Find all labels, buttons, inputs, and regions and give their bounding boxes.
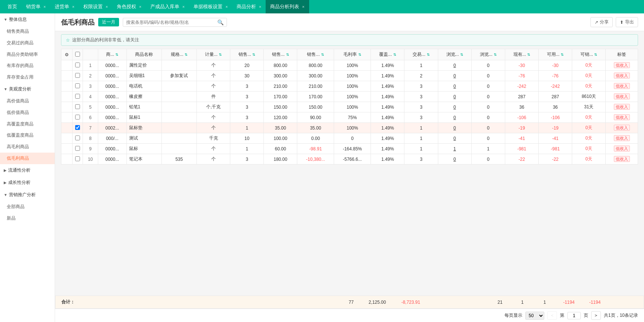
prev-page-button[interactable]: ＜ <box>547 311 557 320</box>
sidebar-section-aesthetics[interactable]: ▼ 美观度分析 <box>0 83 55 95</box>
cell-check[interactable] <box>73 81 83 92</box>
cell-browse1[interactable]: 0 <box>438 133 471 144</box>
row-checkbox[interactable] <box>75 83 80 88</box>
cell-sale-price: 35.00 <box>264 123 297 133</box>
sidebar-item-stock-capital[interactable]: 库存资金占用 <box>0 71 55 83</box>
sidebar-item-high-value[interactable]: 高价值商品 <box>0 95 55 107</box>
row-checkbox[interactable] <box>75 104 80 109</box>
sidebar: ▼ 整体信息 销售类商品 交易过的商品 商品分类助销率 有库存的商品 库存资金占… <box>0 13 55 322</box>
nav-permission[interactable]: 权限设置 × <box>79 0 112 13</box>
table-row: 9 0000... 鼠标 个 1 60.00 -98.91 -164.85% 1… <box>61 144 638 154</box>
cell-browse1[interactable]: 0 <box>438 154 471 165</box>
sidebar-item-stock-goods[interactable]: 有库存的商品 <box>0 60 55 71</box>
col-header-settings[interactable]: ⚙ <box>61 49 73 60</box>
nav-home[interactable]: 首页 <box>3 0 22 13</box>
col-header-spec[interactable]: 规格... ⇅ <box>161 49 196 60</box>
cell-browse1[interactable]: 0 <box>438 81 471 92</box>
sidebar-section-aesthetics-label: 美观度分析 <box>9 86 31 92</box>
nav-product-entry[interactable]: 产成品入库单 × <box>146 0 189 13</box>
cell-check[interactable] <box>73 92 83 102</box>
sidebar-item-sales-goods[interactable]: 销售类商品 <box>0 26 55 37</box>
cell-browse1[interactable]: 1 <box>438 144 471 154</box>
search-icon[interactable]: 🔍 <box>217 19 224 25</box>
cell-browse1[interactable]: 0 <box>438 71 471 81</box>
col-header-salable[interactable]: 可销... ⇅ <box>572 49 606 60</box>
sidebar-section-growth[interactable]: ▶ 成长性分析 <box>0 176 55 189</box>
cell-check[interactable] <box>73 102 83 112</box>
row-checkbox[interactable] <box>75 136 80 140</box>
row-checkbox[interactable] <box>75 125 80 130</box>
cell-browse1[interactable]: 0 <box>438 92 471 102</box>
col-header-browse1[interactable]: 浏览... ⇅ <box>438 49 471 60</box>
sidebar-item-high-margin[interactable]: 高毛利商品 <box>0 141 55 153</box>
row-checkbox[interactable] <box>75 115 80 119</box>
col-header-sale-profit[interactable]: 销售... ⇅ <box>297 49 334 60</box>
cell-check[interactable] <box>73 144 83 154</box>
sidebar-item-traded-goods[interactable]: 交易过的商品 <box>0 37 55 49</box>
col-header-available[interactable]: 可用... ⇅ <box>539 49 572 60</box>
row-checkbox[interactable] <box>75 94 80 99</box>
sidebar-item-category-rate[interactable]: 商品分类助销率 <box>0 49 55 60</box>
sidebar-item-low-coverage[interactable]: 低覆盖度商品 <box>0 130 55 141</box>
pagination-bar: 每页显示 10 20 50 100 ＜ 第 页 ＞ 共1页，10条记录 <box>55 309 644 322</box>
cell-browse1[interactable]: 0 <box>438 112 471 123</box>
col-header-sale-price[interactable]: 销售... ⇅ <box>264 49 297 60</box>
sidebar-item-all-goods[interactable]: 全部商品 <box>0 201 55 213</box>
cell-check[interactable] <box>73 123 83 133</box>
sidebar-item-high-coverage[interactable]: 高覆盖度商品 <box>0 118 55 130</box>
row-checkbox[interactable] <box>75 156 80 161</box>
cell-browse1[interactable]: 0 <box>438 60 471 71</box>
cell-check[interactable] <box>73 60 83 71</box>
sidebar-section-overall[interactable]: ▼ 整体信息 <box>0 13 55 26</box>
cell-check[interactable] <box>73 154 83 165</box>
col-header-code[interactable]: 商... ⇅ <box>98 49 126 60</box>
col-header-unit[interactable]: 计量... ⇅ <box>197 49 230 60</box>
nav-template[interactable]: 单据模板设置 × <box>189 0 232 13</box>
sidebar-item-low-value[interactable]: 低价值商品 <box>0 107 55 118</box>
cell-num: 9 <box>83 144 98 154</box>
cell-spec: 参加复试 <box>161 71 196 81</box>
col-header-name[interactable]: 商品名称 <box>126 49 161 60</box>
row-checkbox[interactable] <box>75 146 80 151</box>
cell-available: -41 <box>539 133 572 144</box>
row-checkbox[interactable] <box>75 73 80 78</box>
sidebar-section-flow[interactable]: ▶ 流通性分析 <box>0 164 55 176</box>
nav-analysis-list[interactable]: 商品分析列表 × <box>266 0 309 13</box>
col-header-browse2[interactable]: 浏览... ⇅ <box>471 49 505 60</box>
cell-settings <box>61 112 73 123</box>
col-header-coverage[interactable]: 覆盖... ⇅ <box>371 49 404 60</box>
row-checkbox[interactable] <box>75 63 80 67</box>
cell-check[interactable] <box>73 71 83 81</box>
cell-salable-days: 0天 <box>572 60 606 71</box>
cell-browse1[interactable]: 0 <box>438 123 471 133</box>
col-header-current-stock[interactable]: 现有... ⇅ <box>505 49 538 60</box>
nav-role[interactable]: 角色授权 × <box>112 0 146 13</box>
next-page-button[interactable]: ＞ <box>591 311 601 320</box>
col-header-check[interactable] <box>73 49 83 60</box>
nav-purchase[interactable]: 进货单 × <box>50 0 79 13</box>
col-header-sale-count[interactable]: 销售... ⇅ <box>230 49 264 60</box>
share-button[interactable]: ↗ 分享 <box>590 17 613 27</box>
nav-analysis[interactable]: 商品分析 × <box>232 0 266 13</box>
cell-sale-price: 180.00 <box>264 154 297 165</box>
col-header-gross-rate[interactable]: 毛利率 ⇅ <box>334 49 371 60</box>
nav-sales[interactable]: 销货单 × <box>22 0 50 13</box>
cell-name: 铅笔1 <box>126 102 161 112</box>
time-filter-button[interactable]: 近一月 <box>98 18 119 26</box>
cell-browse1[interactable]: 0 <box>438 102 471 112</box>
select-all-checkbox[interactable] <box>75 52 80 57</box>
page-number-input[interactable] <box>567 312 581 319</box>
cell-salable-days: 0天 <box>572 123 606 133</box>
per-page-select[interactable]: 10 20 50 100 <box>525 312 544 320</box>
cell-check[interactable] <box>73 133 83 144</box>
cell-sale-price: 120.00 <box>264 112 297 123</box>
sidebar-item-low-margin[interactable]: 低毛利商品 <box>0 153 55 164</box>
search-input[interactable] <box>126 20 217 25</box>
per-page-label: 每页显示 <box>504 312 522 319</box>
export-button[interactable]: ⬆ 导出 <box>616 17 638 27</box>
cell-check[interactable] <box>73 112 83 123</box>
sidebar-item-new-goods[interactable]: 新品 <box>0 213 55 224</box>
cell-salable-days: 31天 <box>572 102 606 112</box>
sidebar-section-marketing[interactable]: ▼ 营销推广分析 <box>0 189 55 201</box>
col-header-trade[interactable]: 交易... ⇅ <box>404 49 438 60</box>
